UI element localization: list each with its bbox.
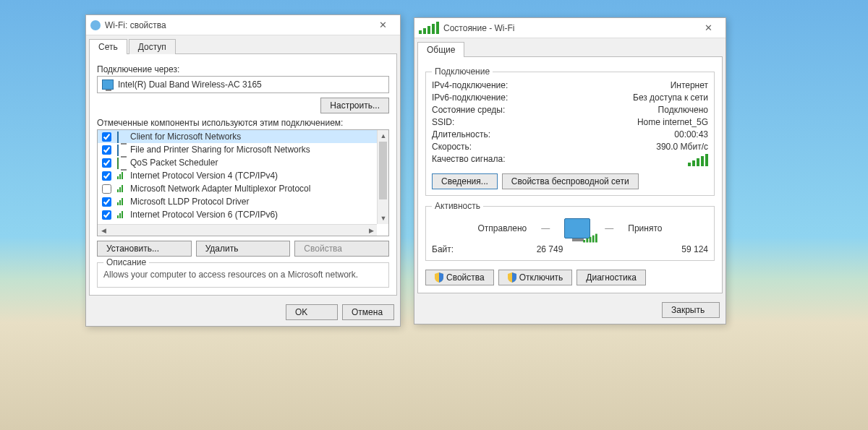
components-listbox[interactable]: Client for Microsoft NetworksFile and Pr… bbox=[97, 129, 389, 236]
connection-group-title: Подключение bbox=[432, 66, 493, 77]
close-button[interactable]: ✕ bbox=[370, 17, 396, 33]
speed-value: 390.0 Мбит/с bbox=[656, 142, 708, 152]
scrollbar-vertical[interactable]: ▲ ▼ bbox=[377, 130, 388, 224]
scroll-thumb[interactable] bbox=[379, 142, 387, 199]
wifi-properties-window: Wi-Fi: свойства ✕ Сеть Доступ Подключени… bbox=[85, 14, 401, 327]
component-icon bbox=[117, 132, 127, 141]
component-label: Internet Protocol Version 4 (TCP/IPv4) bbox=[130, 171, 278, 181]
component-checkbox[interactable] bbox=[102, 145, 111, 155]
wifi-icon bbox=[90, 20, 101, 30]
component-checkbox[interactable] bbox=[102, 132, 111, 142]
tab-body: Подключение через: Intel(R) Dual Band Wi… bbox=[89, 53, 397, 296]
adapter-name: Intel(R) Dual Band Wireless-AC 3165 bbox=[118, 79, 262, 90]
scroll-left-icon[interactable]: ◀ bbox=[98, 225, 109, 236]
dialog-footer: OK Отмена bbox=[86, 298, 400, 326]
wireless-properties-button[interactable]: Свойства беспроводной сети bbox=[502, 173, 639, 189]
component-icon bbox=[117, 210, 127, 219]
wifi-status-window: Состояние - Wi-Fi ✕ Общие Подключение IP… bbox=[414, 17, 726, 324]
ipv4-value: Интернет bbox=[671, 80, 708, 90]
tab-network[interactable]: Сеть bbox=[89, 39, 127, 54]
window-title: Состояние - Wi-Fi bbox=[443, 23, 695, 33]
dash-icon: — bbox=[605, 223, 613, 233]
component-checkbox[interactable] bbox=[102, 184, 111, 194]
scrollbar-horizontal[interactable]: ◀ ▶ bbox=[98, 224, 377, 236]
activity-group: Активность Отправлено — — Принято Байт: … bbox=[425, 206, 715, 261]
connection-group: Подключение IPv4-подключение:Интернет IP… bbox=[425, 72, 715, 196]
ok-button[interactable]: OK bbox=[286, 304, 338, 320]
component-label: QoS Packet Scheduler bbox=[130, 158, 218, 168]
tabs: Общие bbox=[417, 41, 723, 56]
description-text: Allows your computer to access resources… bbox=[103, 269, 383, 281]
activity-group-title: Активность bbox=[432, 201, 483, 211]
media-value: Подключено bbox=[658, 105, 708, 115]
titlebar[interactable]: Состояние - Wi-Fi ✕ bbox=[414, 18, 726, 38]
scroll-up-icon[interactable]: ▲ bbox=[378, 130, 389, 142]
component-label: Microsoft LLDP Protocol Driver bbox=[130, 197, 250, 207]
connect-via-label: Подключение через: bbox=[97, 64, 389, 74]
shield-icon bbox=[435, 272, 443, 283]
close-button[interactable]: ✕ bbox=[695, 20, 721, 36]
disable-button[interactable]: Отключить bbox=[498, 270, 573, 285]
dialog-footer: Закрыть bbox=[414, 296, 726, 324]
signal-bars-icon bbox=[688, 154, 708, 166]
uninstall-button[interactable]: Удалить bbox=[196, 241, 291, 257]
titlebar[interactable]: Wi-Fi: свойства ✕ bbox=[86, 15, 400, 35]
bytes-recv-value: 59 124 bbox=[603, 244, 708, 254]
properties-button-label: Свойства bbox=[446, 272, 485, 283]
cancel-button[interactable]: Отмена bbox=[342, 304, 394, 320]
tab-body: Подключение IPv4-подключение:Интернет IP… bbox=[417, 56, 723, 293]
list-item[interactable]: Microsoft Network Adapter Multiplexor Pr… bbox=[98, 182, 377, 195]
adapter-icon bbox=[102, 79, 114, 90]
tab-general[interactable]: Общие bbox=[417, 42, 464, 57]
ssid-label: SSID: bbox=[432, 117, 454, 127]
duration-value: 00:00:43 bbox=[674, 129, 708, 139]
tab-access[interactable]: Доступ bbox=[129, 39, 176, 54]
disable-button-label: Отключить bbox=[519, 272, 563, 283]
list-item[interactable]: Internet Protocol Version 6 (TCP/IPv6) bbox=[98, 208, 377, 221]
scroll-right-icon[interactable]: ▶ bbox=[365, 225, 377, 236]
adapter-field: Intel(R) Dual Band Wireless-AC 3165 bbox=[97, 76, 389, 93]
speed-label: Скорость: bbox=[432, 142, 472, 152]
list-item[interactable]: File and Printer Sharing for Microsoft N… bbox=[98, 143, 377, 156]
scroll-down-icon[interactable]: ▼ bbox=[378, 212, 389, 224]
component-icon bbox=[117, 171, 127, 180]
shield-icon bbox=[508, 272, 516, 283]
duration-label: Длительность: bbox=[432, 129, 490, 139]
dash-icon: — bbox=[541, 223, 550, 233]
sent-label: Отправлено bbox=[478, 223, 527, 233]
received-label: Принято bbox=[628, 223, 662, 233]
bytes-sent-value: 26 749 bbox=[497, 244, 603, 254]
media-label: Состояние среды: bbox=[432, 105, 505, 115]
component-icon bbox=[117, 158, 127, 167]
component-label: File and Printer Sharing for Microsoft N… bbox=[130, 145, 310, 155]
list-item[interactable]: Client for Microsoft Networks bbox=[98, 130, 377, 143]
component-label: Microsoft Network Adapter Multiplexor Pr… bbox=[130, 184, 310, 194]
components-label: Отмеченные компоненты используются этим … bbox=[97, 118, 389, 128]
install-button[interactable]: Установить... bbox=[97, 241, 192, 257]
signal-label: Качество сигнала: bbox=[432, 154, 505, 166]
list-item[interactable]: Microsoft LLDP Protocol Driver bbox=[98, 195, 377, 208]
list-item[interactable]: Internet Protocol Version 4 (TCP/IPv4) bbox=[98, 169, 377, 182]
component-label: Client for Microsoft Networks bbox=[130, 132, 241, 142]
diagnostics-button[interactable]: Диагностика bbox=[576, 270, 646, 285]
details-button[interactable]: Сведения... bbox=[432, 173, 498, 189]
component-checkbox[interactable] bbox=[102, 197, 111, 207]
description-title: Описание bbox=[103, 257, 149, 267]
component-checkbox[interactable] bbox=[102, 158, 111, 168]
component-icon bbox=[117, 145, 127, 154]
properties-button[interactable]: Свойства bbox=[294, 241, 389, 257]
properties-button[interactable]: Свойства bbox=[425, 270, 494, 285]
bytes-label: Байт: bbox=[432, 244, 497, 254]
window-title: Wi-Fi: свойства bbox=[105, 20, 370, 30]
close-dialog-button[interactable]: Закрыть bbox=[662, 302, 720, 318]
signal-icon bbox=[419, 22, 439, 34]
list-item[interactable]: QoS Packet Scheduler bbox=[98, 156, 377, 169]
activity-signal-icon bbox=[583, 234, 597, 243]
ipv6-label: IPv6-подключение: bbox=[432, 93, 508, 103]
component-checkbox[interactable] bbox=[102, 171, 111, 181]
tabs: Сеть Доступ bbox=[89, 38, 397, 53]
component-checkbox[interactable] bbox=[102, 210, 111, 220]
configure-button[interactable]: Настроить... bbox=[320, 98, 389, 113]
ssid-value: Home internet_5G bbox=[637, 117, 708, 127]
component-icon bbox=[117, 197, 127, 206]
